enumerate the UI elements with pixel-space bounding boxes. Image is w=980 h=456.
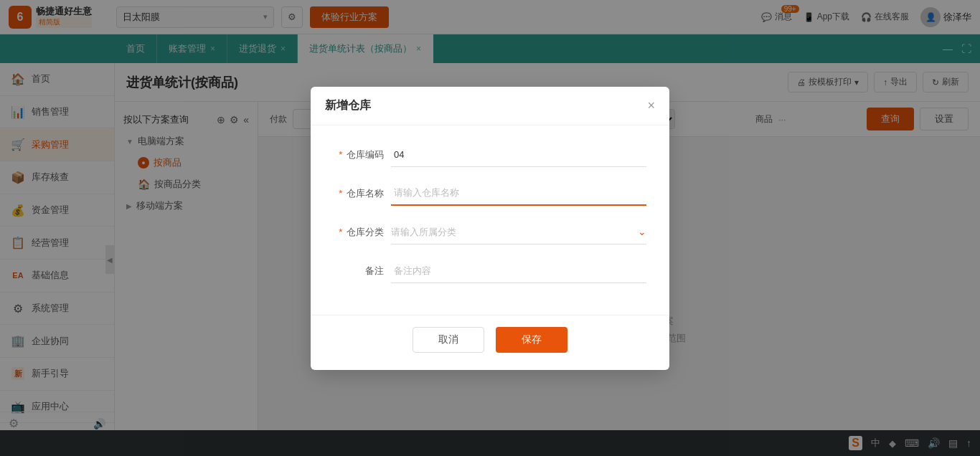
category-required: * [339, 227, 342, 237]
modal-close-button[interactable]: × [647, 99, 655, 112]
remark-label: 备注 [334, 265, 384, 277]
name-label: * 仓库名称 [334, 187, 384, 200]
category-select-row: ⌄ [391, 220, 646, 244]
form-row-code: * 仓库编码 [334, 143, 646, 167]
modal-overlay[interactable]: 新增仓库 × * 仓库编码 * 仓库名称 [0, 0, 980, 456]
form-row-category: * 仓库分类 ⌄ [334, 220, 646, 244]
category-dropdown-arrow[interactable]: ⌄ [638, 226, 646, 237]
modal-title: 新增仓库 [325, 98, 371, 113]
cancel-button[interactable]: 取消 [413, 327, 484, 353]
category-input[interactable] [391, 227, 638, 237]
code-required: * [339, 149, 342, 160]
save-button[interactable]: 保存 [496, 327, 567, 353]
modal-header: 新增仓库 × [311, 87, 669, 125]
form-row-remark: 备注 [334, 259, 646, 283]
modal-body: * 仓库编码 * 仓库名称 * 仓库分类 [311, 125, 669, 315]
modal-footer: 取消 保存 [311, 315, 669, 370]
add-warehouse-modal: 新增仓库 × * 仓库编码 * 仓库名称 [311, 87, 669, 370]
name-required: * [339, 188, 342, 199]
category-label: * 仓库分类 [334, 226, 384, 239]
remark-input[interactable] [391, 259, 646, 283]
form-row-name: * 仓库名称 [334, 181, 646, 206]
code-input[interactable] [391, 143, 646, 167]
name-input[interactable] [391, 181, 646, 206]
code-label: * 仓库编码 [334, 148, 384, 161]
